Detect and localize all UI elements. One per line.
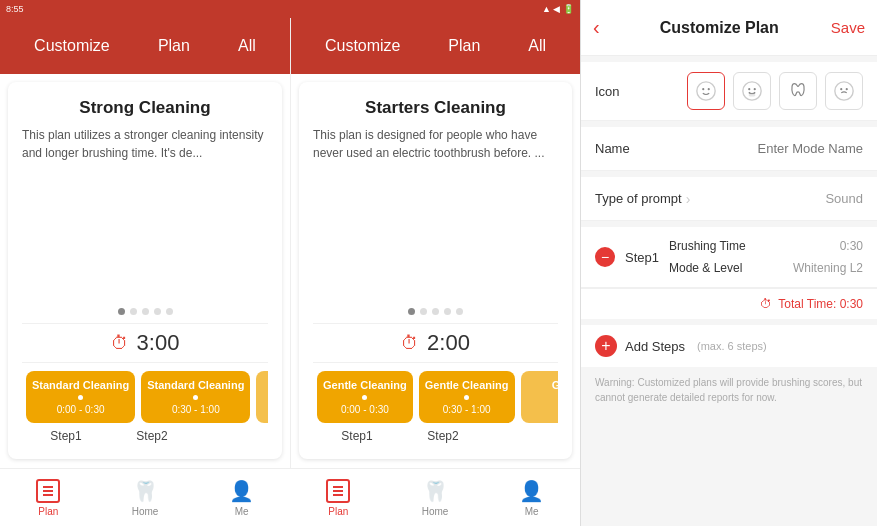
panel1-all-tab[interactable]: All: [238, 37, 256, 55]
svg-rect-6: [749, 94, 755, 96]
starters-step2-card[interactable]: Gentle Cleaning 0:30 - 1:00: [419, 371, 515, 423]
s-step1-label: Step1: [317, 429, 397, 443]
warning-text: Warning: Customized plans will provide b…: [595, 377, 862, 403]
dot2-1: [408, 308, 415, 315]
save-button[interactable]: Save: [831, 19, 865, 36]
timer-icon: ⏱: [111, 333, 129, 354]
starters-step1-card[interactable]: Gentle Cleaning 0:00 - 0:30: [317, 371, 413, 423]
name-section: Name: [581, 127, 877, 171]
panel1-customize-tab[interactable]: Customize: [34, 37, 110, 55]
strong-step1-card[interactable]: Standard Cleaning 0:00 - 0:30: [26, 371, 135, 423]
total-time-row: ⏱ Total Time: 0:30: [581, 288, 877, 319]
starters-step-labels: Step1 Step2: [313, 427, 558, 449]
name-input[interactable]: [675, 141, 863, 156]
nav-plan-2[interactable]: Plan: [290, 469, 387, 526]
strong-step-labels: Step1 Step2: [22, 427, 268, 449]
status-signal: ▲ ◀ 🔋: [542, 4, 574, 14]
timer-value: 3:00: [137, 330, 180, 356]
strong-step3-label: [198, 429, 278, 443]
nav-me-2[interactable]: 👤 Me: [483, 469, 580, 526]
add-steps-icon: +: [595, 335, 617, 357]
dot2-5: [456, 308, 463, 315]
strong-cleaning-card: Strong Cleaning This plan utilizes a str…: [8, 82, 282, 459]
step2-time: 0:30 - 1:00: [172, 404, 220, 415]
panel2-customize-tab[interactable]: Customize: [325, 37, 401, 55]
starters-cleaning-timer: ⏱ 2:00: [313, 323, 558, 363]
strong-cleaning-title: Strong Cleaning: [22, 98, 268, 118]
svg-point-3: [743, 82, 761, 100]
panel1-plan-tab[interactable]: Plan: [158, 37, 190, 55]
name-label: Name: [595, 141, 675, 156]
me-icon-2: 👤: [519, 479, 544, 503]
timer2-icon: ⏱: [401, 333, 419, 354]
right-panel-customize: ‹ Customize Plan Save Icon: [580, 0, 877, 526]
nav-me-1[interactable]: 👤 Me: [193, 469, 290, 526]
svg-point-2: [708, 88, 710, 90]
me-icon-1: 👤: [229, 479, 254, 503]
prompt-row[interactable]: Type of prompt › Sound: [581, 177, 877, 221]
face-icon-3: [833, 80, 855, 102]
bottom-nav: Plan 🦷 Home 👤 Me Plan 🦷 Home 👤 Me: [0, 468, 580, 526]
dot2-2: [420, 308, 427, 315]
nav-home-2[interactable]: 🦷 Home: [387, 469, 484, 526]
status-bar: 8:55 ▲ ◀ 🔋: [0, 0, 580, 18]
status-time-left: 8:55: [6, 4, 24, 14]
panel2-plan-tab[interactable]: Plan: [448, 37, 480, 55]
dot4: [154, 308, 161, 315]
starters-cleaning-desc: This plan is designed for people who hav…: [313, 126, 558, 300]
icon-section: Icon: [581, 62, 877, 121]
svg-point-0: [697, 82, 715, 100]
step1-details: Brushing Time 0:30 Mode & Level Whitenin…: [669, 235, 863, 279]
icon-option-1[interactable]: [687, 72, 725, 110]
panel2-all-tab[interactable]: All: [528, 37, 546, 55]
step1-name: Standard Cleaning: [32, 379, 129, 391]
brushing-time-value: 0:30: [840, 239, 863, 253]
total-time-value: Total Time: 0:30: [778, 297, 863, 311]
starters-cleaning-title: Starters Cleaning: [313, 98, 558, 118]
s-step1-time: 0:00 - 0:30: [341, 404, 389, 415]
add-steps-sublabel: (max. 6 steps): [697, 340, 767, 352]
dot2: [130, 308, 137, 315]
icon-selector: [675, 72, 863, 110]
strong-cleaning-desc: This plan utilizes a stronger cleaning i…: [22, 126, 268, 300]
nav-home-1[interactable]: 🦷 Home: [97, 469, 194, 526]
strong-step2-card[interactable]: Standard Cleaning 0:30 - 1:00: [141, 371, 250, 423]
panel1-header: Customize Plan All: [0, 18, 290, 74]
dot2-3: [432, 308, 439, 315]
icon-option-2[interactable]: [733, 72, 771, 110]
strong-step2-label: Step2: [112, 429, 192, 443]
mode-level-label: Mode & Level: [669, 261, 742, 275]
warning-box: Warning: Customized plans will provide b…: [581, 367, 877, 413]
back-button[interactable]: ‹: [593, 16, 600, 39]
total-time-icon: ⏱: [760, 297, 772, 311]
add-steps-row[interactable]: + Add Steps (max. 6 steps): [581, 325, 877, 367]
icon-option-3[interactable]: [779, 72, 817, 110]
customize-title: Customize Plan: [608, 19, 831, 37]
svg-point-8: [840, 88, 842, 90]
icon-option-4[interactable]: [825, 72, 863, 110]
face-icon-2: [741, 80, 763, 102]
s-step1-name: Gentle Cleaning: [323, 379, 407, 391]
home-icon-2: 🦷: [423, 479, 448, 503]
starters-steps-row: Gentle Cleaning 0:00 - 0:30 Gentle Clean…: [313, 363, 558, 427]
strong-step1-label: Step1: [26, 429, 106, 443]
svg-point-7: [835, 82, 853, 100]
plan-icon-2: [326, 479, 350, 503]
prompt-label: Type of prompt: [595, 191, 682, 206]
svg-point-9: [846, 88, 848, 90]
s-step3-name: G...: [552, 379, 558, 391]
nav-plan-label-1: Plan: [38, 506, 58, 517]
panel-starters-cleaning: Customize Plan All Starters Cleaning Thi…: [290, 0, 580, 526]
face-icon-1: [695, 80, 717, 102]
s-step2-label: Step2: [403, 429, 483, 443]
home-icon-1: 🦷: [133, 479, 158, 503]
s-step1-dot: [362, 395, 367, 400]
step1-remove-button[interactable]: −: [595, 247, 615, 267]
nav-plan-1[interactable]: Plan: [0, 469, 97, 526]
panel-strong-cleaning: 8:55 ▲ ◀ 🔋 Customize Plan All Strong Cle…: [0, 0, 290, 526]
s-step3-label: [489, 429, 569, 443]
nav-plan-label-2: Plan: [328, 506, 348, 517]
icon-row: Icon: [581, 62, 877, 121]
strong-step3-card[interactable]: Sta...: [256, 371, 268, 423]
starters-step3-card[interactable]: G...: [521, 371, 559, 423]
